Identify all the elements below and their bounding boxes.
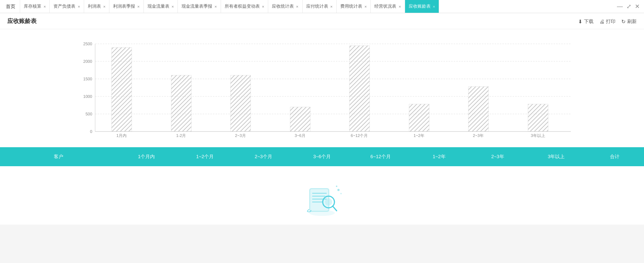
close-window-button[interactable]: ✕: [633, 2, 641, 11]
print-icon: 🖨: [599, 19, 604, 24]
svg-text:1500: 1500: [83, 77, 92, 81]
col-customer: 客户: [0, 147, 117, 166]
bar-1-2year: [409, 104, 429, 132]
refresh-icon: ↻: [621, 19, 626, 24]
tab-profit[interactable]: 利润表 ×: [84, 0, 109, 13]
chart-area: 0 500 1000 1500 2000 2500 1月内 1-2月 2~3月: [0, 29, 644, 147]
col-2-3month: 2~3个月: [234, 147, 293, 166]
svg-point-31: [325, 198, 332, 206]
chart-container: 0 500 1000 1500 2000 2500 1月内 1-2月 2~3月: [11, 37, 633, 144]
svg-line-32: [333, 206, 337, 211]
svg-text:500: 500: [86, 112, 92, 116]
tab-balance[interactable]: 资产负债表 ×: [50, 0, 84, 13]
col-total: 合计: [585, 147, 644, 166]
bar-6-12month: [349, 46, 370, 132]
download-icon: ⬇: [578, 19, 583, 24]
tab-cashflow-quarterly[interactable]: 现金流量表季报 ×: [178, 0, 221, 13]
bar-3-6month: [290, 107, 310, 132]
tab-ar-stat[interactable]: 应收统计表 ×: [268, 0, 302, 13]
col-3plus-year: 3年以上: [527, 147, 585, 166]
print-button[interactable]: 🖨 打印: [599, 18, 615, 25]
tab-close-icon[interactable]: ×: [433, 4, 435, 9]
svg-text:1月内: 1月内: [116, 133, 127, 138]
bar-1-2month: [171, 75, 191, 132]
svg-text:2500: 2500: [83, 42, 92, 46]
svg-text:1-2月: 1-2月: [176, 133, 186, 138]
tab-close-icon[interactable]: ×: [78, 4, 80, 9]
empty-state: [0, 166, 644, 225]
tab-close-icon[interactable]: ×: [296, 4, 298, 9]
table-header: 客户 1个月内 1~2个月 2~3个月 3~6个月 6~12个月 1~2年 2~…: [0, 147, 644, 166]
bar-2-3year: [468, 87, 488, 132]
tab-bar: 首页 库存核算 × 资产负债表 × 利润表 × 利润表季报 × 现金流量表 × …: [0, 0, 644, 13]
header-actions: ⬇ 下载 🖨 打印 ↻ 刷新: [578, 18, 637, 25]
svg-text:2000: 2000: [83, 59, 92, 64]
svg-text:2~3年: 2~3年: [473, 133, 484, 138]
col-1-2year: 1~2年: [410, 147, 468, 166]
main-content: 0 500 1000 1500 2000 2500 1月内 1-2月 2~3月: [0, 29, 644, 225]
tab-cashflow[interactable]: 现金流量表 ×: [144, 0, 178, 13]
col-6-12month: 6~12个月: [351, 147, 410, 166]
tab-operations[interactable]: 经营状况表 ×: [371, 0, 405, 13]
col-1month: 1个月内: [117, 147, 176, 166]
maximize-button[interactable]: ⤢: [625, 2, 633, 11]
svg-text:0: 0: [90, 129, 92, 134]
page-title: 应收账龄表: [7, 18, 37, 25]
bar-1month: [112, 47, 132, 132]
tab-close-icon[interactable]: ×: [44, 4, 46, 9]
svg-text:6~12个月: 6~12个月: [351, 133, 368, 138]
minimize-button[interactable]: —: [615, 3, 624, 11]
col-1-2month: 1~2个月: [176, 147, 234, 166]
svg-text:1000: 1000: [83, 94, 92, 99]
col-2-3year: 2~3年: [468, 147, 527, 166]
svg-text:1~2年: 1~2年: [413, 133, 424, 138]
tab-close-icon[interactable]: ×: [103, 4, 105, 9]
download-button[interactable]: ⬇ 下载: [578, 18, 594, 25]
tab-close-icon[interactable]: ×: [172, 4, 174, 9]
svg-point-35: [336, 186, 337, 187]
svg-point-34: [340, 193, 342, 194]
tab-close-icon[interactable]: ×: [262, 4, 264, 9]
tab-bar-controls: — ⤢ ✕: [615, 2, 643, 11]
refresh-button[interactable]: ↻ 刷新: [621, 18, 637, 25]
bar-3plus-year: [528, 104, 548, 132]
tab-close-icon[interactable]: ×: [364, 4, 367, 9]
tab-close-icon[interactable]: ×: [330, 4, 333, 9]
svg-text:3年以上: 3年以上: [531, 133, 545, 138]
tab-inventory[interactable]: 库存核算 ×: [20, 0, 50, 13]
tab-home[interactable]: 首页: [1, 0, 20, 13]
tab-profit-quarterly[interactable]: 利润表季报 ×: [109, 0, 143, 13]
tab-expense-stat[interactable]: 费用统计表 ×: [337, 0, 371, 13]
col-3-6month: 3~6个月: [293, 147, 351, 166]
tab-close-icon[interactable]: ×: [137, 4, 139, 9]
tab-close-icon[interactable]: ×: [398, 4, 401, 9]
page-header: 应收账龄表 ⬇ 下载 🖨 打印 ↻ 刷新: [0, 13, 644, 29]
bar-2-3month: [231, 75, 251, 132]
aging-chart: 0 500 1000 1500 2000 2500 1月内 1-2月 2~3月: [11, 37, 633, 142]
tab-ar-aging[interactable]: 应收账龄表 ×: [405, 0, 439, 13]
empty-illustration: [300, 181, 344, 217]
svg-text:2~3月: 2~3月: [235, 133, 246, 138]
tab-equity[interactable]: 所有者权益变动表 ×: [221, 0, 268, 13]
svg-text:3~6月: 3~6月: [295, 133, 306, 138]
tab-close-icon[interactable]: ×: [214, 4, 217, 9]
tab-ap-stat[interactable]: 应付统计表 ×: [303, 0, 337, 13]
svg-point-33: [337, 189, 340, 191]
